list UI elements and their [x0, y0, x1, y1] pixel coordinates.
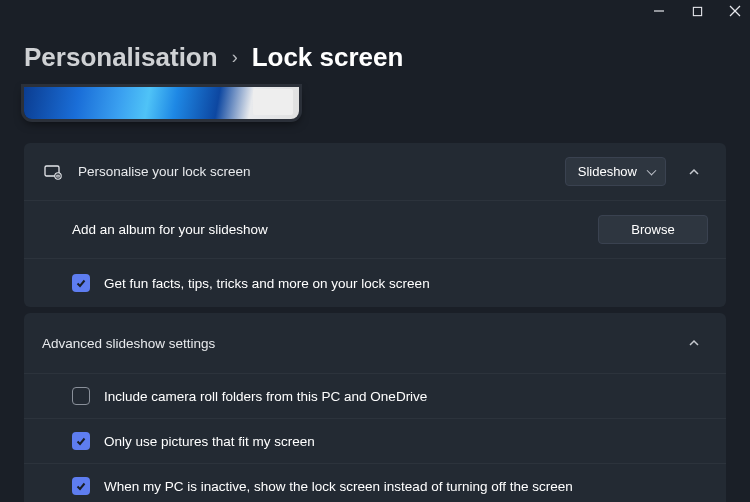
lockscreen-preview: [24, 87, 299, 119]
breadcrumb-parent[interactable]: Personalisation: [24, 42, 218, 73]
inactive-label: When my PC is inactive, show the lock sc…: [104, 479, 708, 494]
fun-facts-checkbox[interactable]: [72, 274, 90, 292]
fun-facts-label: Get fun facts, tips, tricks and more on …: [104, 276, 708, 291]
svg-point-5: [55, 172, 61, 178]
personalise-title: Personalise your lock screen: [78, 164, 551, 179]
breadcrumb: Personalisation › Lock screen: [24, 42, 726, 73]
camera-roll-checkbox[interactable]: [72, 387, 90, 405]
chevron-right-icon: ›: [232, 47, 238, 68]
add-album-label: Add an album for your slideshow: [72, 222, 584, 237]
minimize-icon[interactable]: [652, 4, 666, 18]
page-title: Lock screen: [252, 42, 404, 73]
camera-roll-label: Include camera roll folders from this PC…: [104, 389, 708, 404]
advanced-title: Advanced slideshow settings: [42, 336, 680, 351]
collapse-button[interactable]: [680, 158, 708, 186]
fit-screen-checkbox[interactable]: [72, 432, 90, 450]
fit-screen-label: Only use pictures that fit my screen: [104, 434, 708, 449]
advanced-card: Advanced slideshow settings Include came…: [24, 313, 726, 502]
lockscreen-type-select[interactable]: Slideshow: [565, 157, 666, 186]
inactive-checkbox[interactable]: [72, 477, 90, 495]
maximize-icon[interactable]: [690, 4, 704, 18]
lockscreen-icon: [42, 164, 64, 180]
personalise-card: Personalise your lock screen Slideshow A…: [24, 143, 726, 307]
close-icon[interactable]: [728, 4, 742, 18]
browse-button[interactable]: Browse: [598, 215, 708, 244]
svg-rect-1: [693, 7, 701, 15]
collapse-button[interactable]: [680, 329, 708, 357]
